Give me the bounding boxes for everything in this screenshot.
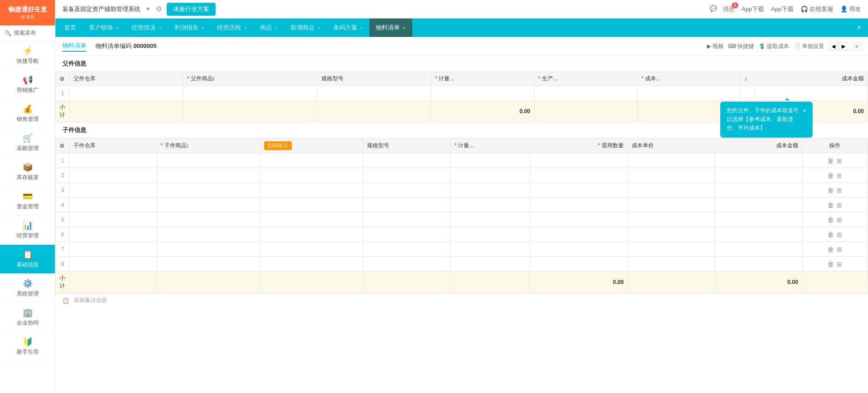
sidebar-item-marketing[interactable]: 📢 营销推广 (0, 70, 55, 99)
parent-row-1-unit[interactable] (431, 86, 534, 101)
parent-row-1-warehouse[interactable] (70, 86, 183, 101)
child-row-2-unit[interactable] (451, 168, 530, 183)
child-row-6-warehouse[interactable] (70, 227, 157, 242)
child-row-8-warehouse[interactable] (70, 257, 157, 272)
child-row-1-scan[interactable] (260, 153, 363, 168)
child-row-5-delete[interactable]: 🗑 (827, 216, 834, 224)
child-row-6-qty[interactable] (530, 227, 627, 242)
sidebar-item-system[interactable]: ⚙️ 系统管理 (0, 274, 55, 303)
child-row-2-spec[interactable] (363, 168, 451, 183)
child-row-6-unit-cost[interactable] (627, 227, 715, 242)
child-row-4-unit-cost[interactable] (627, 198, 715, 212)
parent-row-1-production[interactable] (534, 86, 637, 101)
parent-row-1-sort[interactable] (741, 86, 754, 101)
tab-new-goods[interactable]: 新增商品 × (284, 18, 326, 37)
child-row-6-unit[interactable] (451, 227, 530, 242)
sidebar-item-sales[interactable]: 💰 销售管理 (0, 99, 55, 128)
tab-operations[interactable]: 经营情况 × (125, 18, 168, 37)
child-row-4-scan[interactable] (260, 198, 363, 212)
message-notification[interactable]: 💬 6 消息 (710, 5, 735, 13)
sidebar-item-basic-info[interactable]: 📋 基础信息 (0, 245, 55, 274)
tab-customer[interactable]: 客户联络 × (83, 18, 125, 37)
child-row-7-scan[interactable] (260, 242, 363, 257)
child-row-6-copy[interactable]: ⊞ (837, 231, 842, 238)
tabs-close-all[interactable]: × (852, 24, 866, 32)
child-row-7-qty[interactable] (530, 242, 627, 257)
child-row-2-qty[interactable] (530, 168, 627, 183)
gear-icon[interactable]: ⚙ (156, 5, 162, 13)
parent-row-1-product[interactable] (183, 86, 317, 101)
tooltip-close-btn[interactable]: × (802, 106, 806, 116)
child-row-4-unit[interactable] (451, 198, 530, 212)
child-row-8-unit-cost[interactable] (627, 257, 715, 272)
child-row-3-qty[interactable] (530, 183, 627, 198)
action-single-setting[interactable]: 📄 单据设置 (794, 42, 824, 50)
child-row-3-warehouse[interactable] (70, 183, 157, 198)
nav-next[interactable]: ▶ (839, 42, 848, 51)
action-video[interactable]: ▶ 视频 (707, 42, 723, 50)
child-row-8-unit[interactable] (451, 257, 530, 272)
parent-row-1-cost[interactable] (637, 86, 740, 101)
parent-row-1-spec[interactable] (318, 86, 431, 101)
child-row-1-copy[interactable]: ⊞ (837, 157, 842, 164)
sidebar-item-enterprise[interactable]: 🏢 企业协同 (0, 303, 55, 332)
child-row-7-product[interactable] (157, 242, 260, 257)
action-shortcut[interactable]: ⌨ 快捷键 (728, 42, 754, 50)
child-row-5-spec[interactable] (363, 212, 451, 227)
child-row-4-warehouse[interactable] (70, 198, 157, 212)
child-row-8-spec[interactable] (363, 257, 451, 272)
child-row-1-spec[interactable] (363, 153, 451, 168)
child-row-1-delete[interactable]: 🗑 (827, 157, 834, 164)
child-row-4-delete[interactable]: 🗑 (827, 201, 834, 209)
child-row-7-unit-cost[interactable] (627, 242, 715, 257)
child-row-5-qty[interactable] (530, 212, 627, 227)
child-row-3-unit[interactable] (451, 183, 530, 198)
tab-operations-close[interactable]: × (158, 25, 161, 30)
child-row-2-unit-cost[interactable] (627, 168, 715, 183)
tab-bom[interactable]: 物料清单 × (369, 18, 412, 37)
child-row-7-spec[interactable] (363, 242, 451, 257)
tab-home[interactable]: 首页 (58, 18, 83, 37)
child-row-5-copy[interactable]: ⊞ (837, 216, 842, 224)
bottom-text[interactable]: 添加备注信息 (74, 296, 107, 304)
child-row-5-scan[interactable] (260, 212, 363, 227)
child-row-7-warehouse[interactable] (70, 242, 157, 257)
child-row-1-product[interactable] (157, 153, 260, 168)
child-row-3-product[interactable] (157, 183, 260, 198)
child-col-setting[interactable]: ⚙ (56, 139, 70, 153)
child-row-5-unit-cost[interactable] (627, 212, 715, 227)
child-row-1-qty[interactable] (530, 153, 627, 168)
child-row-6-delete[interactable]: 🗑 (827, 231, 834, 238)
sidebar-search[interactable]: 🔍 搜索菜单 (0, 25, 55, 41)
sidebar-item-quick-nav[interactable]: ⚡ 快捷导航 (0, 41, 55, 70)
tab-barcode[interactable]: 条码方案 × (327, 18, 369, 37)
child-row-8-product[interactable] (157, 257, 260, 272)
child-row-3-unit-cost[interactable] (627, 183, 715, 198)
sidebar-item-guide[interactable]: 🔰 新手引导 (0, 332, 55, 361)
tab-profit-close[interactable]: × (201, 25, 204, 30)
child-row-7-delete[interactable]: 🗑 (827, 246, 834, 253)
tab-goods-close[interactable]: × (275, 25, 277, 30)
child-row-4-qty[interactable] (530, 198, 627, 212)
trial-button[interactable]: 体验行业方案 (167, 3, 216, 16)
child-row-7-unit[interactable] (451, 242, 530, 257)
child-row-3-spec[interactable] (363, 183, 451, 198)
parent-col-setting[interactable]: ⚙ (56, 72, 70, 86)
app-download-link[interactable]: App下载 (741, 5, 764, 13)
child-row-2-copy[interactable]: ⊞ (837, 172, 842, 179)
sidebar-item-purchase[interactable]: 🛒 采购管理 (0, 128, 55, 157)
child-row-2-scan[interactable] (260, 168, 363, 183)
nav-prev[interactable]: ◀ (829, 42, 838, 51)
tab-new-goods-close[interactable]: × (317, 25, 320, 30)
child-row-5-product[interactable] (157, 212, 260, 227)
sub-tab-bom-list[interactable]: 物料清单 (62, 41, 86, 52)
tab-bom-close[interactable]: × (403, 25, 405, 30)
child-row-4-copy[interactable]: ⊞ (837, 201, 842, 209)
child-row-5-unit[interactable] (451, 212, 530, 227)
child-row-4-product[interactable] (157, 198, 260, 212)
child-row-6-product[interactable] (157, 227, 260, 242)
child-row-4-spec[interactable] (363, 198, 451, 212)
online-support[interactable]: 🎧 在线客服 (801, 5, 833, 13)
sidebar-item-finance[interactable]: 💳 资金管理 (0, 187, 55, 216)
sidebar-item-operations[interactable]: 📊 经营管理 (0, 216, 55, 245)
